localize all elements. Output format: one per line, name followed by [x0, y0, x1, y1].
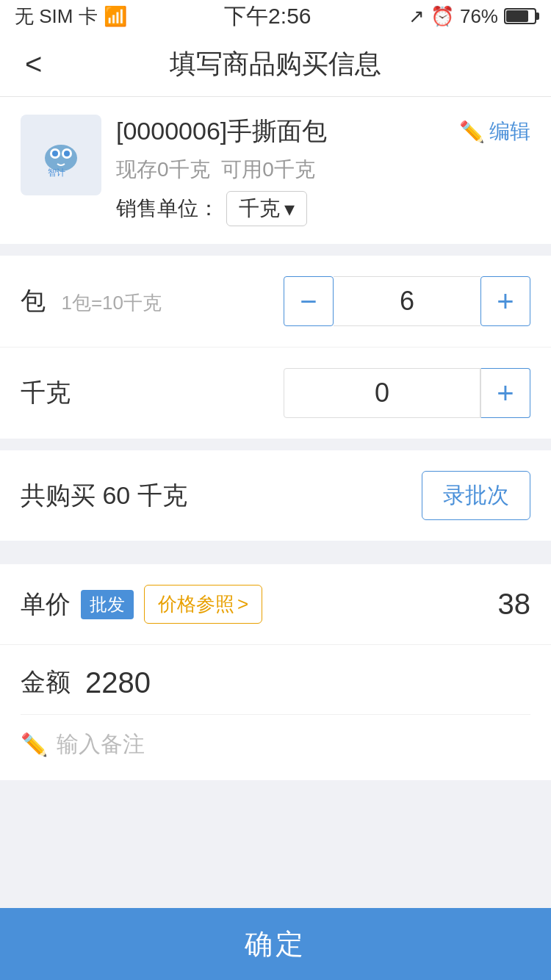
qty-bao-controls: − +: [284, 276, 530, 326]
qty-bao-input[interactable]: [334, 276, 480, 326]
summary-text: 共购买 60 千克: [21, 479, 187, 513]
svg-point-4: [64, 151, 70, 156]
svg-point-3: [52, 151, 58, 156]
nav-bar: < 填写商品购买信息: [0, 32, 551, 97]
qty-hint: 1包=10千克: [61, 292, 162, 314]
price-ref-button[interactable]: 价格参照 >: [144, 585, 262, 624]
amount-value: 2280: [85, 666, 151, 699]
carrier-text: 无 SIM 卡: [15, 4, 98, 29]
wifi-icon: 📶: [104, 5, 127, 28]
price-section: 单价 批发 价格参照 > 38: [0, 564, 551, 645]
status-bar: 无 SIM 卡 📶 下午2:56 ↗ ⏰ 76%: [0, 0, 551, 32]
product-card: 智计 [0000006]手撕面包 现存0千克 可用0千克 销售单位： 千克 ▾ …: [0, 97, 551, 244]
quantity-section: 包 1包=10千克 − + 千克 +: [0, 256, 551, 439]
product-logo-icon: 智计: [39, 133, 83, 177]
pencil-icon: ✏️: [21, 732, 48, 757]
chevron-down-icon: ▾: [284, 197, 295, 221]
svg-text:智计: 智计: [48, 167, 65, 177]
status-left: 无 SIM 卡 📶: [15, 4, 127, 29]
unit-select[interactable]: 千克 ▾: [226, 191, 307, 226]
qty-kg-label: 千克: [21, 376, 284, 410]
qty-increment-button[interactable]: +: [480, 276, 530, 326]
note-row[interactable]: ✏️ 输入备注: [21, 714, 530, 780]
summary-section: 共购买 60 千克 录批次: [0, 450, 551, 541]
separator: [0, 552, 551, 564]
amount-section: 金额 2280 ✏️ 输入备注: [0, 645, 551, 780]
product-stock: 现存0千克 可用0千克: [116, 156, 530, 184]
status-time: 下午2:56: [224, 1, 311, 32]
note-placeholder: 输入备注: [57, 729, 145, 760]
qty-kg-controls: +: [284, 368, 530, 418]
price-badge: 批发: [81, 590, 134, 619]
qty-bao-label: 包 1包=10千克: [21, 284, 284, 318]
qty-kg-increment-button[interactable]: +: [480, 368, 530, 418]
chevron-right-icon: >: [237, 593, 248, 616]
product-image: 智计: [21, 115, 101, 195]
alarm-icon: ⏰: [431, 5, 454, 28]
amount-label: 金额: [21, 666, 71, 699]
qty-kg-input[interactable]: [284, 368, 480, 418]
price-value: 38: [498, 588, 531, 621]
edit-button[interactable]: ✏️ 编辑: [459, 118, 530, 145]
back-button[interactable]: <: [18, 40, 49, 88]
quantity-bao-row: 包 1包=10千克 − +: [0, 256, 551, 347]
qty-decrement-button[interactable]: −: [284, 276, 334, 326]
page-title: 填写商品购买信息: [170, 46, 381, 82]
battery-percent: 76%: [460, 5, 498, 28]
battery-icon: [504, 8, 536, 24]
product-unit-row: 销售单位： 千克 ▾: [116, 191, 530, 226]
price-label: 单价 批发 价格参照 >: [21, 585, 262, 624]
location-icon: ↗: [408, 5, 425, 28]
amount-row: 金额 2280: [21, 666, 530, 714]
quantity-kg-row: 千克 +: [0, 347, 551, 439]
confirm-button[interactable]: 确定: [0, 908, 551, 980]
batch-button[interactable]: 录批次: [422, 471, 530, 520]
status-right: ↗ ⏰ 76%: [408, 5, 536, 28]
